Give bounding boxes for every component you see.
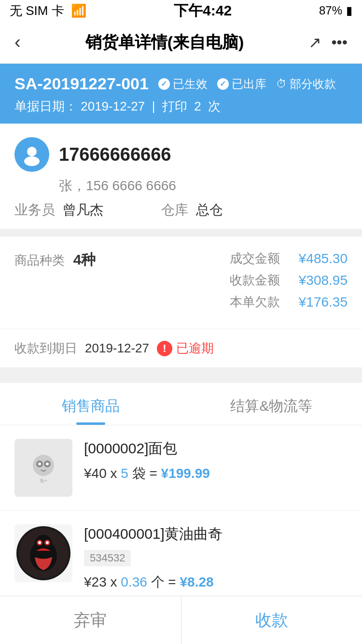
product-price-1: ¥40 x 5 袋 = ¥199.99 (84, 464, 348, 483)
more-icon[interactable]: ••• (331, 33, 348, 51)
status-badge-partial: ⏱ 部分收款 (276, 76, 336, 92)
tab-settlement[interactable]: 结算&物流等 (181, 383, 362, 425)
svg-text:兔+: 兔+ (40, 478, 47, 483)
svg-point-3 (33, 455, 54, 476)
product-price-2: ¥23 x 0.36 个 = ¥8.28 (84, 573, 348, 591)
due-label: 收款到期日 (14, 340, 77, 357)
due-date-value: 2019-12-27 (85, 341, 149, 356)
customer-meta-row: 业务员 曾凡杰 仓库 总仓 (14, 201, 348, 219)
overdue-badge: ! 已逾期 (157, 340, 214, 357)
status-signal: 无 SIM 卡 📶 (10, 2, 86, 19)
product-thumbnail-2 (14, 524, 72, 582)
product-image-2 (14, 524, 72, 582)
divider-1 (0, 229, 362, 237)
product-image-1: 兔+ (14, 439, 72, 497)
bottom-bar: 弃审 收款 (0, 596, 362, 644)
product-item: 兔+ [0000002]面包 ¥40 x 5 袋 = ¥199.99 (0, 425, 362, 511)
clock-icon: ⏱ (276, 78, 287, 90)
svg-point-17 (46, 541, 49, 544)
type-value: 4种 (73, 252, 96, 267)
back-button[interactable]: ‹ (14, 32, 21, 53)
check-icon-1: ✓ (158, 78, 170, 90)
order-id: SA-20191227-001 (14, 74, 149, 93)
deal-value: ¥485.30 (290, 251, 348, 266)
collect-payment-button[interactable]: 收款 (181, 596, 362, 644)
product-placeholder-1: 兔+ (14, 439, 72, 497)
print-suffix: 次 (208, 99, 221, 113)
product-name-2: [000400001]黄油曲奇 (84, 524, 348, 544)
salesman-value: 曾凡杰 (63, 201, 103, 219)
tab-active-indicator (76, 422, 105, 425)
order-header-banner: SA-20191227-001 ✓ 已生效 ✓ 已出库 ⏱ 部分收款 单据日期：… (0, 64, 362, 124)
status-bar: 无 SIM 卡 📶 下午4:42 87% ▮ (0, 0, 362, 21)
deal-amount-row: 成交金额 ¥485.30 (230, 250, 348, 267)
user-icon (20, 143, 43, 166)
battery-percentage: 87% (319, 4, 342, 17)
received-value: ¥308.95 (290, 273, 348, 288)
tab-sales-products[interactable]: 销售商品 (0, 383, 181, 425)
svg-point-7 (46, 462, 49, 465)
nav-bar: ‹ 销货单详情(来自电脑) ↗ ••• (0, 21, 362, 64)
svg-point-1 (24, 156, 40, 166)
owl-icon-1: 兔+ (24, 448, 63, 487)
order-date: 2019-12-27 (81, 99, 145, 113)
product-types: 商品种类 4种 (14, 250, 96, 270)
page-title: 销货单详情(来自电脑) (85, 31, 244, 54)
print-label: 打印 (162, 99, 187, 113)
amount-stats: 成交金额 ¥485.30 收款金额 ¥308.95 本单欠款 ¥176.35 (230, 250, 348, 315)
svg-point-6 (38, 462, 41, 465)
overdue-text: 已逾期 (176, 340, 214, 357)
tabs-section: 销售商品 结算&物流等 (0, 383, 362, 425)
divider-2 (0, 367, 362, 375)
received-label: 收款金额 (230, 272, 280, 289)
svg-point-16 (38, 541, 41, 544)
stats-section: 商品种类 4种 成交金额 ¥485.30 收款金额 ¥308.95 本单欠款 ¥… (0, 237, 362, 329)
warehouse-value: 总仓 (196, 201, 223, 219)
due-date-section: 收款到期日 2019-12-27 ! 已逾期 (0, 329, 362, 367)
customer-section: 17666666666 张，156 6666 6666 业务员 曾凡杰 仓库 总… (0, 124, 362, 229)
date-label: 单据日期： (14, 99, 77, 113)
received-amount-row: 收款金额 ¥308.95 (230, 272, 348, 289)
overdue-icon: ! (157, 341, 172, 356)
owed-amount-row: 本单欠款 ¥176.35 (230, 294, 348, 310)
product-info-2: [000400001]黄油曲奇 534532 ¥23 x 0.36 个 = ¥8… (84, 524, 348, 591)
battery-icon: ▮ (346, 4, 352, 17)
customer-name-phone: 张，156 6666 6666 (59, 177, 348, 195)
customer-phone: 17666666666 (59, 144, 171, 165)
status-battery: 87% ▮ (319, 4, 352, 17)
product-sku-2: 534532 (84, 550, 131, 566)
type-label: 商品种类 (14, 253, 65, 267)
product-info-1: [0000002]面包 ¥40 x 5 袋 = ¥199.99 (84, 439, 348, 483)
salesman-label: 业务员 (14, 201, 55, 219)
status-badge-effective: ✓ 已生效 (158, 76, 208, 92)
deal-label: 成交金额 (230, 250, 280, 267)
product-name-1: [0000002]面包 (84, 439, 348, 459)
warehouse-label: 仓库 (161, 201, 188, 219)
cancel-review-button[interactable]: 弃审 (0, 596, 181, 644)
owed-label: 本单欠款 (230, 294, 280, 310)
print-count: 2 (194, 99, 201, 113)
products-section: 兔+ [0000002]面包 ¥40 x 5 袋 = ¥199.99 (0, 425, 362, 605)
svg-point-0 (27, 147, 37, 156)
product-item-2: [000400001]黄油曲奇 534532 ¥23 x 0.36 个 = ¥8… (0, 511, 362, 605)
owed-value: ¥176.35 (290, 294, 348, 310)
avatar (14, 137, 49, 172)
status-time: 下午4:42 (174, 1, 232, 21)
share-icon[interactable]: ↗ (308, 33, 321, 52)
order-date-row: 单据日期： 2019-12-27 | 打印 2 次 (14, 98, 348, 115)
check-icon-2: ✓ (217, 78, 229, 90)
status-badge-shipped: ✓ 已出库 (217, 76, 266, 92)
